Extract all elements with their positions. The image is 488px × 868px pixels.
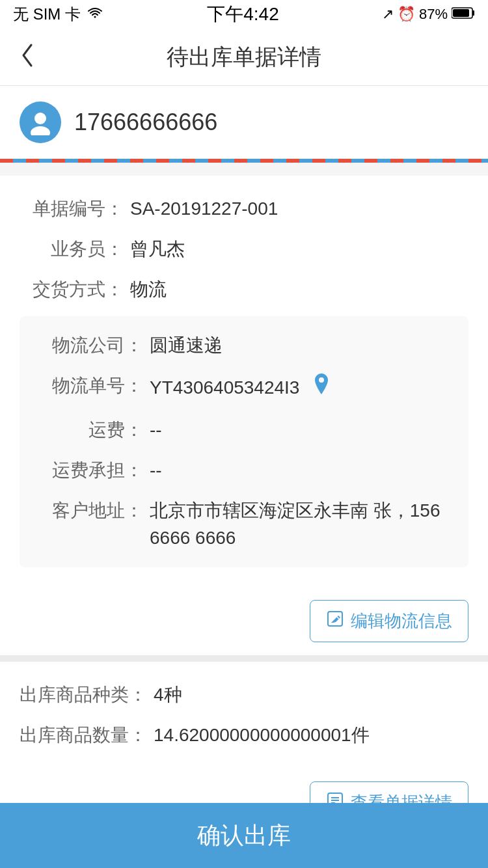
goods-types-row: 出库商品种类： 4种 — [20, 681, 468, 709]
status-right: ↗ ⏰ 87% — [382, 6, 475, 23]
customer-header: 17666666666 — [0, 86, 488, 159]
goods-quantity-value: 14.62000000000000001件 — [154, 722, 468, 749]
goods-quantity-row: 出库商品数量： 14.62000000000000001件 — [20, 722, 468, 749]
location-status-icon: ↗ — [382, 6, 394, 23]
svg-point-3 — [34, 113, 46, 124]
svg-rect-1 — [472, 10, 474, 16]
wifi-icon — [86, 5, 104, 23]
address-row: 客户地址： 北京市市辖区海淀区永丰南 张，156 6666 6666 — [39, 497, 449, 552]
freight-bearer-row: 运费承担： -- — [39, 457, 449, 484]
dashed-separator — [0, 159, 488, 163]
carrier-text: 无 SIM 卡 — [13, 4, 81, 25]
sales-rep-value: 曾凡杰 — [130, 236, 468, 263]
map-pin-icon[interactable] — [310, 372, 333, 403]
order-no-value: SA-20191227-001 — [130, 195, 468, 223]
page-title: 待出库单据详情 — [167, 42, 321, 72]
section-divider — [0, 655, 488, 662]
delivery-method-value: 物流 — [130, 276, 468, 303]
order-no-label: 单据编号： — [20, 195, 124, 223]
confirm-button-label: 确认出库 — [197, 820, 291, 852]
order-info-section: 单据编号： SA-20191227-001 业务员： 曾凡杰 交货方式： 物流 … — [0, 176, 488, 587]
battery-percent: 87% — [419, 6, 448, 23]
battery-icon — [452, 6, 475, 23]
goods-types-label: 出库商品种类： — [20, 681, 147, 709]
logistics-company-label: 物流公司： — [39, 332, 143, 359]
confirm-bar[interactable]: 确认出库 — [0, 803, 488, 868]
goods-section: 出库商品种类： 4种 出库商品数量： 14.62000000000000001件 — [0, 662, 488, 768]
order-no-row: 单据编号： SA-20191227-001 — [20, 195, 468, 223]
edit-logistics-button[interactable]: 编辑物流信息 — [310, 600, 468, 642]
status-left: 无 SIM 卡 — [13, 4, 104, 25]
delivery-method-label: 交货方式： — [20, 276, 124, 303]
customer-phone: 17666666666 — [74, 109, 217, 136]
edit-logistics-icon — [326, 610, 344, 632]
goods-quantity-label: 出库商品数量： — [20, 722, 147, 749]
alarm-icon: ⏰ — [398, 6, 415, 23]
freight-bearer-value: -- — [150, 457, 449, 484]
logistics-company-row: 物流公司： 圆通速递 — [39, 332, 449, 359]
sales-rep-label: 业务员： — [20, 236, 124, 263]
svg-rect-2 — [453, 9, 469, 17]
tracking-no-label: 物流单号： — [39, 372, 143, 400]
avatar — [20, 102, 61, 143]
svg-point-4 — [31, 126, 50, 135]
goods-types-value: 4种 — [154, 681, 468, 709]
freight-bearer-label: 运费承担： — [39, 457, 143, 484]
back-button[interactable] — [20, 42, 35, 72]
delivery-method-row: 交货方式： 物流 — [20, 276, 468, 303]
freight-row: 运费： -- — [39, 416, 449, 444]
address-label: 客户地址： — [39, 497, 143, 524]
address-value: 北京市市辖区海淀区永丰南 张，156 6666 6666 — [150, 497, 449, 552]
freight-value: -- — [150, 416, 449, 444]
logistics-inner-section: 物流公司： 圆通速递 物流单号： YT43064053424I3 运费： -- … — [20, 316, 468, 567]
edit-logistics-label: 编辑物流信息 — [351, 610, 452, 632]
sales-rep-row: 业务员： 曾凡杰 — [20, 236, 468, 263]
edit-logistics-row: 编辑物流信息 — [0, 587, 488, 655]
tracking-no-row: 物流单号： YT43064053424I3 — [39, 372, 449, 403]
logistics-company-value: 圆通速递 — [150, 332, 449, 359]
tracking-no-value: YT43064053424I3 — [150, 372, 449, 403]
status-bar: 无 SIM 卡 下午4:42 ↗ ⏰ 87% — [0, 0, 488, 29]
tracking-no-text: YT43064053424I3 — [150, 374, 299, 401]
nav-bar: 待出库单据详情 — [0, 29, 488, 86]
freight-label: 运费： — [39, 416, 143, 444]
status-time: 下午4:42 — [207, 2, 279, 27]
